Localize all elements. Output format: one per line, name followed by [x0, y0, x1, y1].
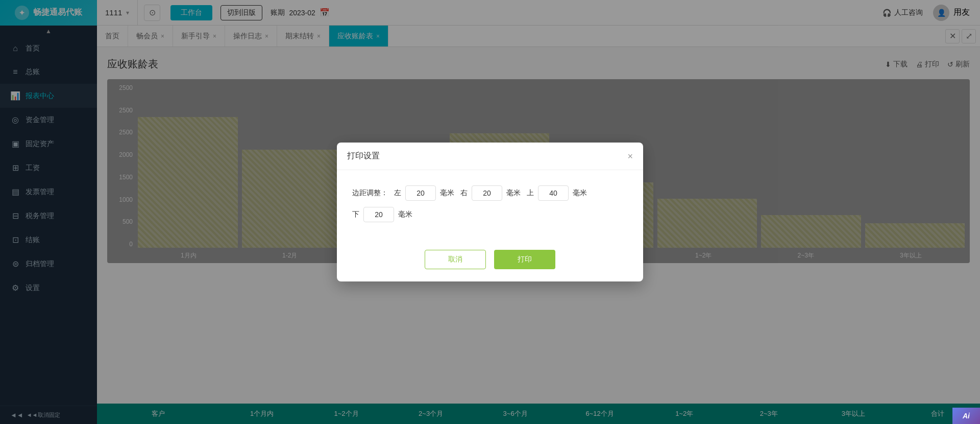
dialog-close-button[interactable]: ×: [627, 152, 633, 161]
cancel-button[interactable]: 取消: [425, 250, 486, 269]
right-unit: 毫米: [506, 189, 521, 198]
right-margin-group: 右 毫米: [460, 185, 521, 201]
margin-label: 边距调整：: [352, 189, 388, 198]
dialog-body: 边距调整： 左 毫米 右 毫米 上 毫米 下: [337, 170, 643, 245]
right-margin-input[interactable]: [472, 185, 502, 201]
margin-form-row: 边距调整： 左 毫米 右 毫米 上 毫米 下: [352, 185, 628, 222]
ai-badge: Ai: [952, 408, 980, 424]
dialog-footer: 取消 打印: [337, 245, 643, 281]
left-unit: 毫米: [440, 189, 454, 198]
bottom-margin-input[interactable]: [363, 207, 394, 222]
dialog-title: 打印设置: [347, 151, 380, 161]
right-label: 右: [460, 189, 468, 198]
bottom-margin-group: 下 毫米: [352, 207, 412, 222]
top-unit: 毫米: [573, 189, 587, 198]
left-margin-input[interactable]: [405, 185, 436, 201]
bottom-unit: 毫米: [398, 210, 412, 219]
top-margin-group: 上 毫米: [527, 185, 587, 201]
left-label: 左: [394, 189, 401, 198]
dialog-header: 打印设置 ×: [337, 143, 643, 170]
bottom-label: 下: [352, 210, 359, 219]
top-label: 上: [527, 189, 534, 198]
left-margin-group: 左 毫米: [394, 185, 454, 201]
print-confirm-button[interactable]: 打印: [494, 250, 555, 269]
modal-overlay[interactable]: 打印设置 × 边距调整： 左 毫米 右 毫米 上 毫米: [0, 0, 980, 424]
print-settings-dialog: 打印设置 × 边距调整： 左 毫米 右 毫米 上 毫米: [337, 143, 643, 281]
top-margin-input[interactable]: [538, 185, 569, 201]
